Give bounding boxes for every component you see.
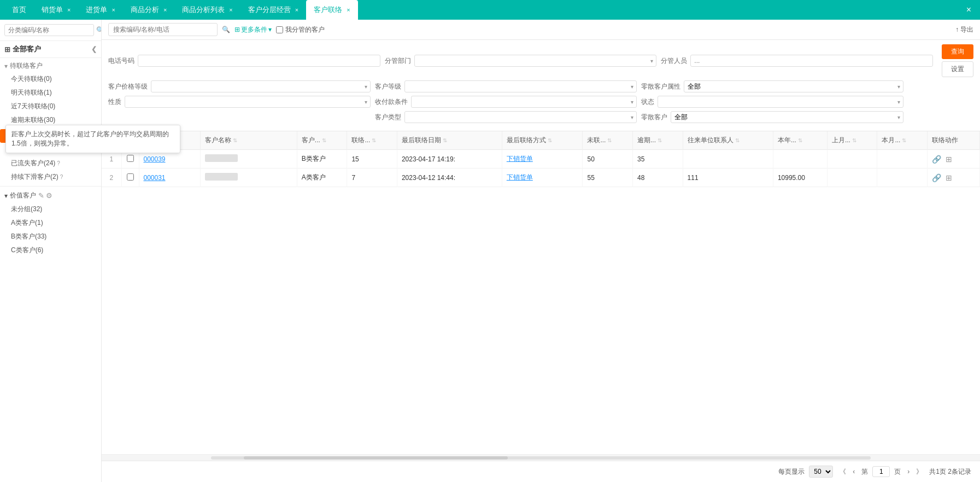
sort-contact-person-icon[interactable]: ⇅: [735, 137, 740, 143]
close-all-tabs[interactable]: ×: [962, 5, 976, 15]
person-input[interactable]: [690, 55, 933, 67]
value-group-icons: ✎ ⚙: [38, 191, 52, 200]
sort-name-icon[interactable]: ⇅: [233, 137, 237, 143]
scrollbar-thumb[interactable]: [244, 456, 508, 460]
row1-checkbox[interactable]: [127, 155, 134, 162]
row1-grid-icon[interactable]: ⊞: [946, 155, 952, 164]
dept-select[interactable]: [414, 55, 657, 67]
col-last-month: 上月... ⇅: [827, 131, 877, 150]
settings-button[interactable]: 设置: [942, 61, 973, 77]
page-suffix: 页: [892, 466, 903, 478]
sort-this-year-icon[interactable]: ⇅: [798, 137, 802, 143]
nav-tab-purchase[interactable]: 进货单 ×: [78, 0, 122, 20]
sidebar-item-today[interactable]: 今天待联络(0): [0, 72, 101, 86]
filter-actions: 查询 设置: [937, 44, 973, 77]
nav-tab-product-analysis[interactable]: 商品分析 ×: [123, 0, 174, 20]
sidebar-item-a-class[interactable]: A类客户(1): [0, 216, 101, 230]
retail-customer-select[interactable]: 全部: [671, 111, 903, 123]
close-sales-tab[interactable]: ×: [67, 0, 71, 20]
row2-last-method[interactable]: 下销货单: [502, 169, 583, 187]
row2-checkbox[interactable]: [127, 173, 134, 181]
query-button[interactable]: 查询: [942, 44, 973, 59]
row2-last-date: 2023-04-12 14:44:: [397, 169, 502, 187]
sidebar-all-customers[interactable]: ⊞ 全部客户 ❮: [0, 41, 101, 58]
row1-contact-person: [683, 150, 773, 169]
sidebar-item-b-class[interactable]: B类客户(33): [0, 230, 101, 243]
customer-type-select[interactable]: [404, 111, 637, 123]
main-search-icon[interactable]: 🔍: [222, 26, 230, 33]
sort-last-date-icon[interactable]: ⇅: [443, 137, 447, 143]
close-purchase-tab[interactable]: ×: [112, 0, 115, 20]
close-product-analysis-tab[interactable]: ×: [163, 0, 167, 20]
page-input[interactable]: [872, 466, 890, 477]
sort-uncontacted-icon[interactable]: ⇅: [607, 137, 612, 143]
gender-select[interactable]: [125, 96, 371, 108]
table-area: ⚙ 客户编码 ⇅ 客户名称: [102, 131, 980, 454]
horizontal-scrollbar[interactable]: [102, 454, 980, 461]
close-customer-contact-tab[interactable]: ×: [347, 0, 350, 20]
row2-uncontacted: 55: [583, 169, 633, 187]
sidebar-collapse-icon[interactable]: ❮: [91, 45, 97, 53]
customer-level-select[interactable]: [404, 80, 637, 92]
sidebar-item-c-class[interactable]: C类客户(6): [0, 243, 101, 257]
my-customers-checkbox-label[interactable]: 我分管的客户: [276, 25, 325, 34]
close-customer-tier-tab[interactable]: ×: [295, 0, 298, 20]
col-name: 客户名称 ⇅: [200, 131, 297, 150]
last-page-btn[interactable]: 》: [914, 466, 925, 478]
row2-link-icon[interactable]: 🔗: [932, 173, 941, 182]
first-page-btn[interactable]: 《: [837, 466, 848, 478]
sidebar-item-ungroup[interactable]: 未分组(32): [0, 202, 101, 216]
payment-select[interactable]: [411, 96, 637, 108]
retail-attr-select[interactable]: 全部: [684, 80, 903, 92]
sort-last-method-icon[interactable]: ⇅: [548, 137, 552, 143]
sort-last-month-icon[interactable]: ⇅: [852, 137, 856, 143]
sidebar-item-7days[interactable]: 近7天待联络(0): [0, 100, 101, 113]
filter-price-level: 客户价格等级: [108, 80, 371, 92]
filter-row-1: 电话号码 分管部门 分管人员 查询 设置: [108, 44, 973, 77]
customer-type-label: 客户类型: [375, 113, 401, 122]
row1-actions: 🔗 ⊞: [927, 150, 979, 169]
sort-this-month-icon[interactable]: ⇅: [902, 137, 906, 143]
per-page-select[interactable]: 50: [809, 466, 833, 478]
sort-type-icon[interactable]: ⇅: [322, 137, 326, 143]
arrow-down-value-icon: ▾: [4, 192, 8, 200]
nav-tab-customer-contact[interactable]: 客户联络 ×: [306, 0, 357, 20]
row2-checkbox-cell[interactable]: [121, 169, 139, 187]
sidebar-item-declining[interactable]: 持续下滑客户(2) ?: [0, 170, 101, 184]
info-icon-lost: ?: [57, 160, 60, 166]
sidebar-search-icon[interactable]: 🔍: [96, 26, 102, 34]
nav-tab-sales[interactable]: 销货单 ×: [34, 0, 78, 20]
price-level-select[interactable]: [151, 80, 371, 92]
row1-last-method[interactable]: 下销货单: [502, 150, 583, 169]
filter-retail-customer: 零散客户 全部: [641, 111, 903, 123]
nav-tab-customer-tier[interactable]: 客户分层经营 ×: [240, 0, 306, 20]
main-search-input[interactable]: [108, 23, 218, 36]
sort-contact-icon[interactable]: ⇅: [372, 137, 376, 143]
settings-value-icon[interactable]: ⚙: [46, 191, 52, 200]
status-select[interactable]: [658, 96, 903, 108]
row1-link-icon[interactable]: 🔗: [932, 155, 941, 164]
export-btn[interactable]: ↑ 导出: [955, 25, 973, 34]
page-nav: 《 ‹ 第 页 › 》: [837, 466, 925, 478]
scrollbar-track: [211, 456, 871, 460]
phone-input[interactable]: [138, 55, 380, 67]
page-label: 第: [859, 466, 870, 478]
row2-code[interactable]: 000031: [139, 169, 200, 187]
filter-gender: 性质: [108, 96, 371, 108]
sort-overdue-icon[interactable]: ⇅: [658, 137, 662, 143]
row2-grid-icon[interactable]: ⊞: [946, 173, 952, 182]
sidebar-item-lost[interactable]: 已流失客户(24) ?: [0, 156, 101, 170]
sidebar-search-input[interactable]: [4, 24, 94, 36]
sidebar-item-tomorrow[interactable]: 明天待联络(1): [0, 86, 101, 100]
more-conditions-btn[interactable]: ⊞ 更多条件 ▾: [234, 25, 272, 34]
edit-value-icon[interactable]: ✎: [38, 191, 44, 200]
close-product-list-tab[interactable]: ×: [229, 0, 232, 20]
my-customers-checkbox[interactable]: [276, 26, 283, 33]
next-page-btn[interactable]: ›: [905, 467, 912, 477]
row1-overdue: 35: [633, 150, 683, 169]
nav-home[interactable]: 首页: [4, 0, 34, 20]
nav-tab-product-list[interactable]: 商品分析列表 ×: [174, 0, 240, 20]
prev-page-btn[interactable]: ‹: [850, 467, 857, 477]
advanced-filter: 电话号码 分管部门 分管人员 查询 设置: [102, 40, 980, 131]
filter-row-2: 客户价格等级 客户等级 零散客户属性 全部: [108, 80, 973, 92]
